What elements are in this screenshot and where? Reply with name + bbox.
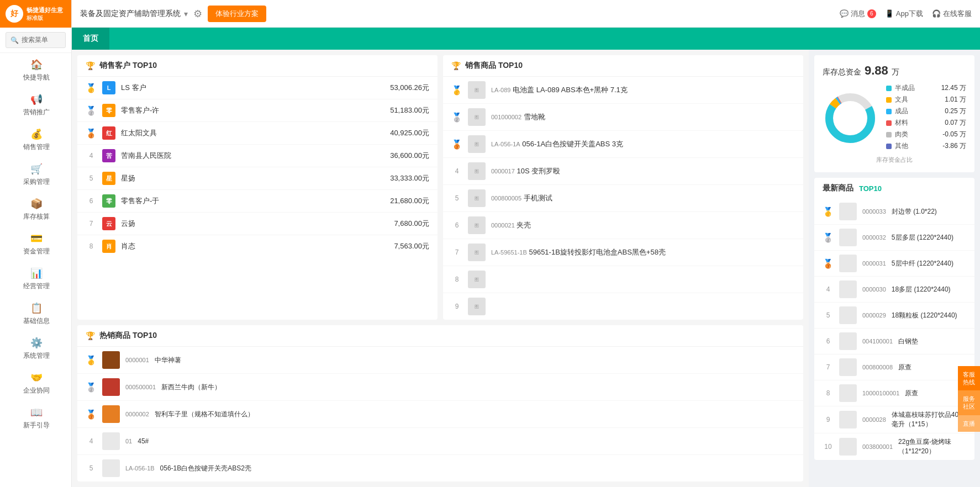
sidebar-item-enterprise[interactable]: 🤝 企业协同	[0, 366, 71, 401]
stock-caption: 库存资金占比	[823, 156, 966, 164]
main-area: 装备及固定资产辅助管理系统 ▾ ⚙ 体验行业方案 💬 消息 6 📱 App下载 …	[72, 0, 980, 487]
operations-icon: 📊	[30, 267, 43, 279]
donut-svg	[823, 91, 878, 146]
product-img	[839, 255, 857, 272]
legend-item: 其他 -3.86 万	[886, 141, 966, 151]
list-item: 🥉 0000002 智利车子里（规格不知道填什么）	[77, 401, 803, 428]
mobile-icon: 📱	[885, 9, 894, 18]
legend-dot	[886, 132, 892, 137]
dropdown-icon[interactable]: ▾	[184, 9, 188, 18]
product-img	[839, 306, 857, 324]
medal-icon: 🥈	[86, 105, 97, 116]
medal-icon: 🥉	[823, 258, 834, 269]
rank-number: 8	[823, 389, 834, 397]
avatar: 苦	[102, 149, 115, 162]
app-download-group[interactable]: 📱 App下载	[885, 9, 923, 19]
list-item: 🥉 0000031 5层中纤 (1220*2440)	[814, 251, 974, 277]
trophy-icon: 🏆	[86, 61, 95, 70]
medal-icon: 🥇	[86, 83, 97, 93]
medal-icon: 🥈	[86, 382, 97, 393]
sidebar-item-finance[interactable]: 💳 资金管理	[0, 227, 71, 262]
table-row: 🥈 图 001000002 雪地靴	[443, 104, 803, 131]
list-item: 🥇 0000033 封边带 (1.0*22)	[814, 199, 974, 225]
nav-tabs: 首页	[72, 28, 980, 50]
enterprise-icon: 🤝	[30, 372, 43, 384]
right-scroll: 库存总资金 9.88 万	[809, 50, 980, 487]
headset-icon: 🎧	[932, 9, 941, 18]
sidebar-item-purchase[interactable]: 🛒 采购管理	[0, 157, 71, 192]
customer-service-button[interactable]: 客服热线	[958, 366, 980, 391]
medal-icon: 🥇	[451, 85, 462, 96]
product-img: 图	[468, 216, 486, 234]
product-img	[839, 358, 857, 376]
list-item: 7 000800008 原查	[814, 354, 974, 380]
tab-home[interactable]: 首页	[72, 28, 109, 50]
hot-products-panel: 🏆 热销商品 TOP10 🥇 0000001 中华神薯 🥈 000500001	[77, 325, 803, 481]
sidebar-logo: 好 畅捷通好生意 标准版	[0, 0, 71, 28]
sidebar-item-system[interactable]: ⚙️ 系统管理	[0, 331, 71, 366]
legend-dot	[886, 144, 892, 149]
avatar: 星	[102, 172, 115, 185]
product-img: 图	[468, 162, 486, 180]
service-community-button[interactable]: 服务社区	[958, 390, 980, 415]
sidebar-search-area: 🔍 搜索菜单	[0, 28, 71, 53]
rank-number: 4	[823, 285, 834, 293]
product-img: 图	[468, 189, 486, 207]
product-img	[839, 332, 857, 350]
avatar: 肖	[102, 240, 115, 253]
list-item: 10 003800001 22g鱼豆腐-烧烤味（1*12*20）	[814, 433, 974, 460]
rank-number: 9	[823, 416, 834, 424]
product-img: 图	[468, 108, 486, 126]
purchase-icon: 🛒	[30, 163, 43, 175]
sidebar-item-marketing[interactable]: 📢 营销推广	[0, 88, 71, 123]
list-item: 4 01 45#	[77, 428, 803, 455]
donut-chart	[823, 91, 878, 146]
rank-number: 5	[823, 311, 834, 319]
rank-number: 7	[823, 363, 834, 371]
customer-ranking-table: 🥇 L LS 客户 53,006.26元 🥈 零 零售客户-许 51,183.0…	[77, 77, 438, 257]
product-img: 图	[468, 298, 486, 315]
settings-icon[interactable]: ⚙	[193, 8, 202, 20]
live-button[interactable]: 直播	[958, 415, 980, 432]
legend-item: 材料 0.07 万	[886, 118, 966, 128]
system-title: 装备及固定资产辅助管理系统 ▾	[80, 9, 188, 19]
legend-dot	[886, 86, 892, 91]
list-item: 8 10000100001 原查	[814, 380, 974, 406]
product-img	[839, 280, 857, 298]
search-icon: 🔍	[10, 36, 19, 44]
list-item: 🥈 0000032 5层多层 (1220*2440)	[814, 225, 974, 251]
sidebar-item-stock[interactable]: 📦 库存核算	[0, 192, 71, 227]
list-item: 5 0000029 18颗粒板 (1220*2440)	[814, 303, 974, 329]
avatar: 零	[102, 194, 115, 208]
marketing-icon: 📢	[30, 93, 43, 105]
table-row: 6 图 0000021 夹壳	[443, 212, 803, 239]
sidebar-item-sales[interactable]: 💰 销售管理	[0, 123, 71, 157]
message-group[interactable]: 💬 消息 6	[840, 9, 876, 19]
rank-number: 4	[86, 152, 97, 160]
rank-number: 4	[451, 167, 462, 175]
stock-chart-area: 半成品 12.45 万 文具 1.01 万 成品 0.25 万	[823, 83, 966, 153]
sidebar-item-operations[interactable]: 📊 经营管理	[0, 262, 71, 297]
rank-number: 8	[451, 276, 462, 283]
sidebar-item-basic-info[interactable]: 📋 基础信息	[0, 297, 71, 331]
legend-dot	[886, 120, 892, 126]
medal-icon: 🥉	[86, 128, 97, 139]
table-row: 🥈 零 零售客户-许 51,183.00元	[77, 99, 438, 122]
rank-number: 4	[86, 437, 97, 445]
online-service-group[interactable]: 🎧 在线客服	[932, 9, 972, 19]
product-ranking-table: 🥇 图 LA-089 电池盖 LA-089 ABS本色+黑种 7.1克 🥈 图 …	[443, 77, 803, 320]
sidebar-item-quick-nav[interactable]: 🏠 快捷导航	[0, 53, 71, 88]
avatar: 云	[102, 217, 115, 230]
table-row: 🥉 图 LA-056-1A 056-1A白色按键开关盖ABS 3克	[443, 131, 803, 158]
trial-plan-button[interactable]: 体验行业方案	[208, 6, 266, 22]
finance-icon: 💳	[30, 232, 43, 245]
legend-dot	[886, 109, 892, 114]
product-img	[839, 384, 857, 402]
sidebar-item-guide[interactable]: 📖 新手引导	[0, 401, 71, 436]
table-row: 7 图 LA-59651-1B 59651-1B旋转投影灯电池盒ABS黑色+58…	[443, 239, 803, 266]
home-icon: 🏠	[30, 59, 43, 71]
trophy-icon: 🏆	[451, 61, 461, 70]
search-menu-button[interactable]: 🔍 搜索菜单	[6, 32, 66, 48]
product-img: 图	[468, 244, 486, 261]
sidebar: 好 畅捷通好生意 标准版 🔍 搜索菜单 🏠 快捷导航 📢 营销推广 💰 销售管理…	[0, 0, 72, 487]
